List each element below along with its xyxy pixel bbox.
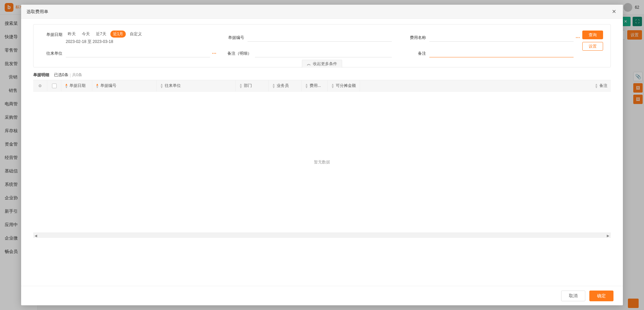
modal-title: 选取费用单 <box>26 9 48 15</box>
scroll-right-button[interactable]: ▶ <box>605 233 611 238</box>
scroll-left-button[interactable]: ◀ <box>33 233 39 238</box>
date-preset[interactable]: 自定义 <box>128 31 144 38</box>
party-label: 往来单位 <box>41 49 66 56</box>
table-header-clerk[interactable]: 业务员 <box>269 80 302 91</box>
expense-name-label: 费用名称 <box>405 34 429 41</box>
table-header-dept[interactable]: 部门 <box>236 80 269 91</box>
date-preset[interactable]: 今天 <box>80 31 92 38</box>
doc-no-input[interactable] <box>248 34 392 42</box>
table-header-gear[interactable] <box>33 80 47 91</box>
note-label: 备注 <box>405 49 429 56</box>
modal-close-button[interactable]: ✕ <box>610 8 618 15</box>
party-more-icon[interactable]: ⋯ <box>212 51 217 56</box>
date-preset[interactable]: 近7天 <box>94 31 108 38</box>
confirm-button[interactable]: 确定 <box>589 291 613 301</box>
note-detail-input[interactable] <box>255 49 392 57</box>
table-header-note[interactable]: 备注 <box>360 80 611 91</box>
selected-count: 已选0条 <box>54 72 68 78</box>
expense-name-input[interactable] <box>429 34 574 42</box>
sort-icon[interactable] <box>239 83 243 89</box>
chevron-up-icon <box>307 61 311 67</box>
doc-no-label: 单据编号 <box>223 34 248 41</box>
total-count: 共0条 <box>72 72 83 78</box>
separator: | <box>70 73 71 78</box>
gear-icon[interactable] <box>38 84 42 88</box>
sort-icon[interactable] <box>595 83 598 89</box>
sort-icon[interactable] <box>96 83 99 89</box>
party-input[interactable] <box>66 49 210 57</box>
date-range-text: 2023-02-18 至 2023-03-18 <box>66 39 197 45</box>
doc-date-label: 单据日期 <box>41 31 66 38</box>
settings-button[interactable]: 设置 <box>582 42 603 51</box>
table-header-alloc[interactable]: 可分摊金额 <box>328 80 360 91</box>
horizontal-scrollbar[interactable]: ◀ ▶ <box>33 232 611 238</box>
table-header-chk[interactable] <box>47 80 61 91</box>
date-preset[interactable]: 近1月 <box>110 31 126 38</box>
table-header-no[interactable]: 单据编号 <box>92 80 157 91</box>
note-input[interactable] <box>429 49 574 57</box>
select-all-checkbox[interactable] <box>52 84 57 88</box>
sort-icon[interactable] <box>160 83 163 89</box>
sort-icon[interactable] <box>331 83 334 89</box>
note-detail-label: 备注（明细） <box>223 49 255 56</box>
table-empty-text: 暂无数据 <box>33 92 611 232</box>
section-title: 单据明细 <box>33 72 49 78</box>
table-header-party[interactable]: 往来单位 <box>157 80 236 91</box>
sort-icon[interactable] <box>305 83 308 89</box>
expense-name-more-icon[interactable]: ⋯ <box>576 35 580 40</box>
sort-icon[interactable] <box>65 83 68 89</box>
collapse-conditions-button[interactable]: 收起更多条件 <box>302 60 342 68</box>
select-expense-modal: 选取费用单 ✕ 查询 设置 单据日期 昨天今天近7天近1月自定义 2023-02… <box>21 5 623 305</box>
sort-icon[interactable] <box>272 83 275 89</box>
date-preset[interactable]: 昨天 <box>66 31 78 38</box>
cancel-button[interactable]: 取消 <box>561 291 585 301</box>
table-header-expense[interactable]: 费用... <box>302 80 328 91</box>
table-header-date[interactable]: 单据日期 <box>61 80 92 91</box>
modal-overlay: 选取费用单 ✕ 查询 设置 单据日期 昨天今天近7天近1月自定义 2023-02… <box>0 0 644 310</box>
query-button[interactable]: 查询 <box>582 31 603 39</box>
